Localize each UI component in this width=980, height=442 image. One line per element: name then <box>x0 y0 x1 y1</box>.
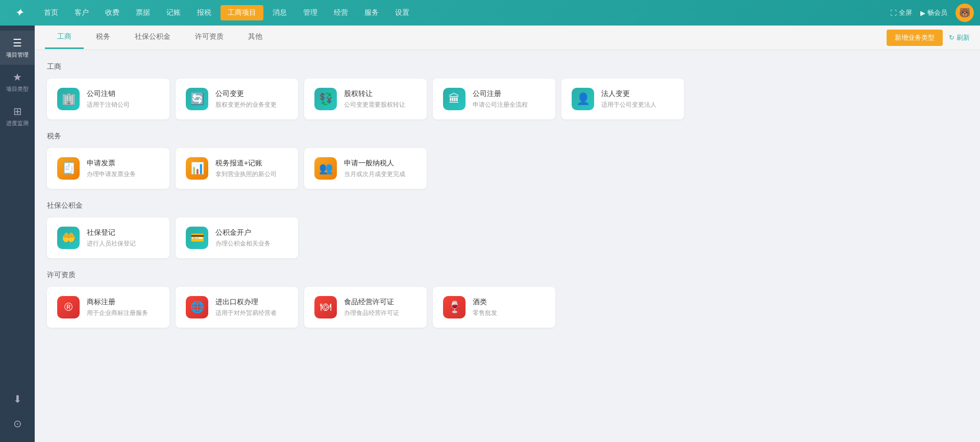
card-icon-1-2: 👥 <box>314 157 337 180</box>
card-title-0-4: 法人变更 <box>601 89 656 99</box>
sidebar-item-project-type[interactable]: ★ 项目类型 <box>0 65 35 99</box>
card-info-2-0: 社保登记进行人员社保登记 <box>87 228 136 248</box>
card-info-1-2: 申请一般纳税人当月或次月成变更完成 <box>344 159 405 179</box>
card-title-0-3: 公司注册 <box>473 89 528 99</box>
project-type-icon: ★ <box>13 71 22 83</box>
card-desc-0-1: 股权变更外的业务变更 <box>215 101 277 109</box>
project-management-icon: ☰ <box>13 37 22 49</box>
tab-4[interactable]: 其他 <box>236 26 275 49</box>
card-icon-2-0: 🤲 <box>57 227 80 249</box>
nav-item-票据[interactable]: 票据 <box>129 5 157 20</box>
card-desc-3-2: 办理食品经营许可证 <box>344 309 399 317</box>
service-card-3-0[interactable]: ®商标注册用于企业商标注册服务 <box>47 287 169 328</box>
tabs-container: 工商税务社保公积金许可资质其他 <box>45 26 887 49</box>
sidebar: ☰ 项目管理 ★ 项目类型 ⊞ 进度监测 ⬇ ⊙ <box>0 26 35 442</box>
tab-0[interactable]: 工商 <box>45 26 84 49</box>
nav-item-首页[interactable]: 首页 <box>37 5 65 20</box>
card-desc-0-4: 适用于公司变更法人 <box>601 101 656 109</box>
nav-item-报税[interactable]: 报税 <box>190 5 218 20</box>
card-title-0-0: 公司注销 <box>87 89 130 99</box>
service-card-3-3[interactable]: 🍷酒类零售批发 <box>433 287 555 328</box>
vip-button[interactable]: ▶ 畅会员 <box>920 8 947 17</box>
avatar[interactable]: 🐻 <box>955 4 974 22</box>
card-info-0-0: 公司注销适用于注销公司 <box>87 89 130 109</box>
service-card-1-0[interactable]: 🧾申请发票办理申请发票业务 <box>47 148 169 189</box>
card-info-1-1: 税务报道+记账拿到营业执照的新公司 <box>215 159 277 179</box>
sidebar-item-label: 项目管理 <box>6 51 29 59</box>
sidebar-item-progress-monitor[interactable]: ⊞ 进度监测 <box>0 99 35 133</box>
service-card-0-0[interactable]: 🏢公司注销适用于注销公司 <box>47 79 169 119</box>
card-icon-3-0: ® <box>57 296 80 318</box>
card-desc-1-0: 办理申请发票业务 <box>87 170 136 179</box>
card-title-3-0: 商标注册 <box>87 298 148 307</box>
download-icon[interactable]: ⬇ <box>9 389 26 409</box>
sidebar-bottom: ⬇ ⊙ <box>9 389 26 442</box>
card-info-3-1: 进出口权办理适用于对外贸易经营者 <box>215 298 277 317</box>
tab-actions: 新增业务类型 ↻ 刷新 <box>887 30 970 46</box>
nav-item-记账[interactable]: 记账 <box>159 5 188 20</box>
nav-item-工商项目[interactable]: 工商项目 <box>220 5 263 20</box>
nav-item-服务[interactable]: 服务 <box>357 5 386 20</box>
card-desc-3-1: 适用于对外贸易经营者 <box>215 309 277 317</box>
card-desc-3-3: 零售批发 <box>473 309 497 317</box>
service-card-3-1[interactable]: 🌐进出口权办理适用于对外贸易经营者 <box>176 287 298 328</box>
service-card-0-2[interactable]: 💱股权转让公司变更需要股权转让 <box>304 79 427 119</box>
service-card-1-2[interactable]: 👥申请一般纳税人当月或次月成变更完成 <box>304 148 427 189</box>
card-icon-0-2: 💱 <box>314 88 337 110</box>
card-desc-0-0: 适用于注销公司 <box>87 101 130 109</box>
section-title-2: 社保公积金 <box>47 201 968 210</box>
card-grid-2: 🤲社保登记进行人员社保登记💳公积金开户办理公积金相关业务 <box>47 217 968 258</box>
service-card-3-2[interactable]: 🍽食品经营许可证办理食品经营许可证 <box>304 287 427 328</box>
sidebar-item-project-management[interactable]: ☰ 项目管理 <box>0 31 35 65</box>
new-type-button[interactable]: 新增业务类型 <box>887 30 943 46</box>
service-card-0-3[interactable]: 🏛公司注册申请公司注册全流程 <box>433 79 555 119</box>
card-desc-2-0: 进行人员社保登记 <box>87 239 136 248</box>
card-grid-0: 🏢公司注销适用于注销公司🔄公司变更股权变更外的业务变更💱股权转让公司变更需要股权… <box>47 79 968 119</box>
tab-3[interactable]: 许可资质 <box>183 26 236 49</box>
card-title-3-1: 进出口权办理 <box>215 298 277 307</box>
refresh-button[interactable]: ↻ 刷新 <box>949 33 970 42</box>
sidebar-item-label: 进度监测 <box>6 119 29 127</box>
card-info-3-2: 食品经营许可证办理食品经营许可证 <box>344 298 399 317</box>
card-icon-0-0: 🏢 <box>57 88 80 110</box>
nav-item-客户[interactable]: 客户 <box>67 5 96 20</box>
nav-item-管理[interactable]: 管理 <box>296 5 325 20</box>
fullscreen-button[interactable]: ⛶ 全屏 <box>890 8 912 17</box>
card-title-0-1: 公司变更 <box>215 89 277 99</box>
tab-1[interactable]: 税务 <box>84 26 122 49</box>
card-info-0-4: 法人变更适用于公司变更法人 <box>601 89 656 109</box>
card-title-2-1: 公积金开户 <box>215 228 271 237</box>
card-info-3-3: 酒类零售批发 <box>473 298 497 317</box>
location-icon[interactable]: ⊙ <box>9 413 26 434</box>
progress-monitor-icon: ⊞ <box>13 105 22 117</box>
service-card-0-1[interactable]: 🔄公司变更股权变更外的业务变更 <box>176 79 298 119</box>
card-title-0-2: 股权转让 <box>344 89 405 99</box>
nav-item-收费[interactable]: 收费 <box>98 5 127 20</box>
nav-item-经营[interactable]: 经营 <box>327 5 355 20</box>
card-icon-1-0: 🧾 <box>57 157 80 180</box>
card-desc-1-1: 拿到营业执照的新公司 <box>215 170 277 179</box>
card-icon-0-1: 🔄 <box>186 88 208 110</box>
card-title-3-2: 食品经营许可证 <box>344 298 399 307</box>
card-icon-0-3: 🏛 <box>443 88 465 110</box>
card-info-0-1: 公司变更股权变更外的业务变更 <box>215 89 277 109</box>
nav-item-消息[interactable]: 消息 <box>265 5 294 20</box>
card-icon-0-4: 👤 <box>572 88 594 110</box>
card-info-0-2: 股权转让公司变更需要股权转让 <box>344 89 405 109</box>
section-title-0: 工商 <box>47 62 968 71</box>
card-grid-3: ®商标注册用于企业商标注册服务🌐进出口权办理适用于对外贸易经营者🍽食品经营许可证… <box>47 287 968 328</box>
card-desc-3-0: 用于企业商标注册服务 <box>87 309 148 317</box>
section-title-1: 税务 <box>47 132 968 141</box>
card-title-1-2: 申请一般纳税人 <box>344 159 405 168</box>
service-card-2-1[interactable]: 💳公积金开户办理公积金相关业务 <box>176 217 298 258</box>
service-card-1-1[interactable]: 📊税务报道+记账拿到营业执照的新公司 <box>176 148 298 189</box>
service-card-0-4[interactable]: 👤法人变更适用于公司变更法人 <box>561 79 684 119</box>
top-right-actions: ⛶ 全屏 ▶ 畅会员 🐻 <box>890 4 974 22</box>
nav-item-设置[interactable]: 设置 <box>388 5 416 20</box>
card-icon-1-1: 📊 <box>186 157 208 180</box>
card-grid-1: 🧾申请发票办理申请发票业务📊税务报道+记账拿到营业执照的新公司👥申请一般纳税人当… <box>47 148 968 189</box>
card-icon-3-2: 🍽 <box>314 296 337 318</box>
service-card-2-0[interactable]: 🤲社保登记进行人员社保登记 <box>47 217 169 258</box>
tab-2[interactable]: 社保公积金 <box>122 26 183 49</box>
card-icon-3-1: 🌐 <box>186 296 208 318</box>
